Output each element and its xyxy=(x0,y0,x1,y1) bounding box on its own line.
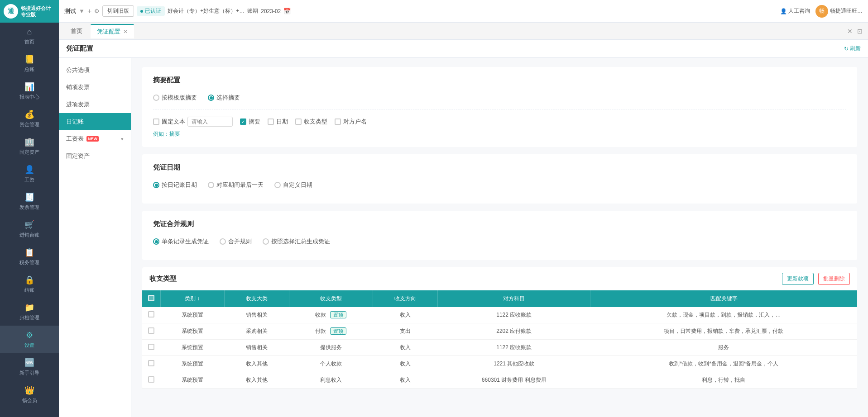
table-row: 系统预置 收入其他 个人收款 收入 1221 其他应收款 收到*借款，收到*备用… xyxy=(142,356,857,372)
radio-template-summary[interactable]: 按模板版摘要 xyxy=(153,94,197,102)
radio-single-record-label: 单条记录生成凭证 xyxy=(162,237,209,246)
sidebar-label-archive: 归档管理 xyxy=(19,314,39,321)
sidebar-item-archive[interactable]: 📁 归档管理 xyxy=(0,298,59,326)
tab-home[interactable]: 首页 xyxy=(64,24,89,38)
cell-major-3: 收入其他 xyxy=(224,356,289,372)
checkbox-date[interactable]: 日期 xyxy=(268,118,288,126)
sidebar-item-home[interactable]: ⌂ 首页 xyxy=(0,23,59,50)
help-btn[interactable]: 👤 人工咨询 xyxy=(780,7,810,15)
sub-item-payroll-label: 工资表 xyxy=(66,135,84,143)
tab-home-label: 首页 xyxy=(71,27,82,35)
sidebar-item-tax[interactable]: 📋 税务管理 xyxy=(0,243,59,270)
radio-merge-rule[interactable]: 合并规则 xyxy=(220,237,252,246)
fixed-text-item[interactable]: 固定文本 xyxy=(153,117,233,127)
radio-template-circle xyxy=(153,95,159,101)
top-tag-0[interactable]: 置顶 xyxy=(330,311,346,318)
salary-icon: 👤 xyxy=(24,165,34,175)
sidebar-item-salary[interactable]: 👤 工资 xyxy=(0,160,59,188)
top-tag-1[interactable]: 置顶 xyxy=(330,327,346,335)
radio-single-record[interactable]: 单条记录生成凭证 xyxy=(153,237,209,246)
cell-account-1: 2202 应付账款 xyxy=(437,323,590,340)
tab-voucher-config[interactable]: 凭证配置 ✕ xyxy=(91,24,134,38)
switch-version-btn[interactable]: 切到旧版 xyxy=(102,5,134,17)
sidebar-item-close[interactable]: 🔒 结账 xyxy=(0,270,59,298)
radio-period-last[interactable]: 对应期间最后一天 xyxy=(208,181,264,189)
main-content: 摘要配置 按模板版摘要 选择摘要 固定文本 xyxy=(131,58,868,417)
add-company-btn[interactable]: + xyxy=(87,7,91,15)
refresh-icon: ↻ xyxy=(844,46,849,52)
table-row: 系统预置 收入其他 利息收入 收入 660301 财务费用 利息费用 利息，行转… xyxy=(142,372,857,389)
header-checkbox[interactable] xyxy=(148,295,154,301)
row-checkbox-0[interactable] xyxy=(148,311,154,317)
sidebar: 通 畅捷通好会计 专业版 ⌂ 首页 📒 总账 📊 报表中心 💰 资金管理 🏢 固… xyxy=(0,0,59,417)
cell-type-4: 利息收入 xyxy=(289,372,373,389)
checkbox-counterparty[interactable]: 对方户名 xyxy=(335,118,367,126)
cell-major-2: 销售相关 xyxy=(224,340,289,356)
batch-delete-btn[interactable]: 批量删除 xyxy=(818,273,850,285)
sidebar-item-member[interactable]: 👑 畅会员 xyxy=(0,381,59,408)
row-checkbox-4[interactable] xyxy=(148,376,154,383)
topbar-gear-btn[interactable]: ⚙ xyxy=(94,8,100,14)
tab-close-all-btn[interactable]: ✕ xyxy=(847,28,853,35)
income-expense-table: 类别 ↓ 收支大类 收支类型 收支方向 对方科目 匹配关键字 系统预置 销售相 xyxy=(142,290,857,389)
tab-restore-btn[interactable]: ⊡ xyxy=(857,28,863,35)
cell-direction-1: 支出 xyxy=(373,323,437,340)
checkbox-summary-label: 摘要 xyxy=(249,118,260,126)
sidebar-item-guide[interactable]: 🆕 新手引导 xyxy=(0,353,59,381)
checkbox-type[interactable]: 收支类型 xyxy=(295,118,327,126)
sidebar-item-settings[interactable]: ⚙ 设置 xyxy=(0,326,59,353)
checkbox-type-box xyxy=(295,118,302,125)
col-category: 类别 ↓ xyxy=(160,290,224,307)
refresh-label: 刷新 xyxy=(850,45,861,52)
sidebar-item-assets[interactable]: 🏢 固定资产 xyxy=(0,133,59,160)
checkbox-summary[interactable]: ✓ 摘要 xyxy=(240,118,260,126)
radio-custom-date[interactable]: 自定义日期 xyxy=(274,181,312,189)
refresh-btn[interactable]: ↻ 刷新 xyxy=(844,45,861,52)
sidebar-item-ledger[interactable]: 📒 总账 xyxy=(0,50,59,77)
sub-item-public[interactable]: 公共选项 xyxy=(59,62,131,79)
main-area: 测试 ▼ + ⚙ 切到旧版 已认证 好会计（专）+好生意（标）+… 账期 202… xyxy=(59,0,868,417)
row-checkbox-2[interactable] xyxy=(148,344,154,350)
col-major: 收支大类 xyxy=(224,290,289,307)
sidebar-item-invoice[interactable]: 🧾 发票管理 xyxy=(0,188,59,215)
table-header: 类别 ↓ 收支大类 收支类型 收支方向 对方科目 匹配关键字 xyxy=(142,290,857,307)
radio-custom-date-circle xyxy=(274,182,281,188)
sub-item-purchase-invoice[interactable]: 进项发票 xyxy=(59,96,131,113)
app-logo: 通 畅捷通好会计 专业版 xyxy=(0,0,59,23)
sub-item-sales-invoice-label: 销项发票 xyxy=(66,83,90,91)
sidebar-label-ledger: 总账 xyxy=(24,66,34,73)
sidebar-label-tax: 税务管理 xyxy=(19,259,39,266)
row-checkbox-3[interactable] xyxy=(148,360,154,366)
table-header-row: 收支类型 更新款项 批量删除 xyxy=(142,267,857,290)
sidebar-item-purchase[interactable]: 🛒 进销台账 xyxy=(0,215,59,243)
cell-type-1: 付款 置顶 xyxy=(289,323,373,340)
tab-voucher-config-close[interactable]: ✕ xyxy=(123,28,128,35)
radio-aggregate[interactable]: 按照选择汇总生成凭证 xyxy=(263,237,330,246)
period-label: 账期 xyxy=(247,7,258,15)
checkbox-date-label: 日期 xyxy=(276,118,288,126)
sub-item-fixed-assets[interactable]: 固定资产 xyxy=(59,147,131,165)
company-dropdown-arrow[interactable]: ▼ xyxy=(79,8,85,14)
col-keywords: 匹配关键字 xyxy=(590,290,857,307)
sidebar-item-reports[interactable]: 📊 报表中心 xyxy=(0,77,59,105)
sub-item-sales-invoice[interactable]: 销项发票 xyxy=(59,79,131,96)
cell-keywords-1: 项目，日常费用，报销款，车费，承兑汇票，付款 xyxy=(590,323,857,340)
home-icon: ⌂ xyxy=(27,27,32,37)
certified-dot xyxy=(140,10,143,13)
update-btn[interactable]: 更新款项 xyxy=(782,273,814,285)
row-checkbox-1[interactable] xyxy=(148,327,154,334)
radio-journal-date[interactable]: 按日记账日期 xyxy=(153,181,197,189)
radio-select-summary[interactable]: 选择摘要 xyxy=(208,94,240,102)
sub-item-payroll[interactable]: 工资表 NEW ▾ xyxy=(59,130,131,147)
table-row: 系统预置 销售相关 提供服务 收入 1122 应收账款 服务 xyxy=(142,340,857,356)
calendar-icon[interactable]: 📅 xyxy=(283,8,291,14)
sidebar-item-funds[interactable]: 💰 资金管理 xyxy=(0,105,59,133)
checkbox-counterparty-label: 对方户名 xyxy=(343,118,367,126)
income-expense-section: 收支类型 更新款项 批量删除 类别 ↓ 收支大类 xyxy=(142,267,857,389)
user-menu[interactable]: 畅 畅捷通旺旺… xyxy=(815,5,863,18)
fixed-text-input[interactable] xyxy=(187,117,233,127)
sub-item-journal[interactable]: 日记账 xyxy=(59,113,131,130)
checkbox-summary-box: ✓ xyxy=(240,118,246,125)
fixed-text-label: 固定文本 xyxy=(162,118,185,126)
close-icon: 🔒 xyxy=(24,275,34,285)
